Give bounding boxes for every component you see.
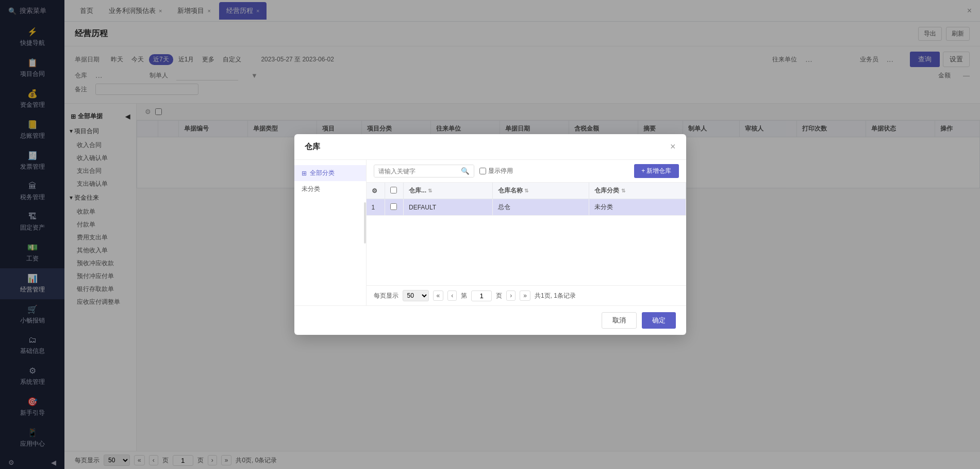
dialog-table: ⚙ 仓库... ⇅ 仓库名称 ⇅ 仓库分类 ⇅ 1 DEFAULT 总仓 未分类 <box>367 183 686 285</box>
category-icon: ⊞ <box>302 170 307 177</box>
scroll-handle <box>364 202 366 244</box>
col-settings: ⚙ <box>367 183 385 199</box>
dialog-close-button[interactable]: × <box>670 141 676 152</box>
col-settings-icon[interactable]: ⚙ <box>372 187 377 195</box>
dialog-page-input[interactable] <box>471 290 492 301</box>
warehouse-dialog: 仓库 × ⊞ 全部分类未分类 🔍 <box>294 134 686 335</box>
row-category: 未分类 <box>589 199 686 216</box>
dialog-body: ⊞ 全部分类未分类 🔍 显示停用 + 新增仓库 <box>294 160 686 305</box>
dialog-first-page[interactable]: « <box>433 290 444 301</box>
dialog-page-label: 第 <box>461 292 467 300</box>
col-category: 仓库分类 ⇅ <box>589 183 686 199</box>
cancel-button[interactable]: 取消 <box>602 312 637 329</box>
col-name: 仓库名称 ⇅ <box>492 183 589 199</box>
row-checkbox[interactable] <box>385 199 404 216</box>
dialog-table-header-row: ⚙ 仓库... ⇅ 仓库名称 ⇅ 仓库分类 ⇅ <box>367 183 686 199</box>
dialog-per-page-select[interactable]: 50 100 <box>403 290 429 301</box>
dialog-left-panel: ⊞ 全部分类未分类 <box>294 160 367 305</box>
dialog-table-row[interactable]: 1 DEFAULT 总仓 未分类 <box>367 199 686 216</box>
dialog-total-info: 共1页, 1条记录 <box>535 292 576 300</box>
dialog-last-page[interactable]: » <box>520 290 530 301</box>
dialog-search-wrap: 🔍 <box>374 165 474 177</box>
dialog-toolbar: 🔍 显示停用 + 新增仓库 <box>367 160 686 183</box>
row-code: DEFAULT <box>404 199 493 216</box>
dialog-actions: 取消 确定 <box>294 305 686 335</box>
row-number: 1 <box>367 199 385 216</box>
dialog-footer-bar: 每页显示 50 100 « ‹ 第 页 › » 共1页, 1条记录 <box>367 285 686 305</box>
show-disabled-checkbox[interactable] <box>479 168 486 174</box>
dialog-left-item-全部分类[interactable]: ⊞ 全部分类 <box>294 165 366 181</box>
dialog-header: 仓库 × <box>294 134 686 160</box>
dialog-search-input[interactable] <box>374 166 457 177</box>
dialog-next-page[interactable]: › <box>506 290 516 301</box>
overlay: 仓库 × ⊞ 全部分类未分类 🔍 <box>0 0 980 469</box>
row-select-checkbox[interactable] <box>390 203 397 210</box>
dialog-page-suffix: 页 <box>496 292 502 300</box>
row-name: 总仓 <box>492 199 589 216</box>
col-checkbox <box>385 183 404 199</box>
dialog-left-item-未分类[interactable]: 未分类 <box>294 181 366 197</box>
search-button[interactable]: 🔍 <box>457 165 474 177</box>
show-disabled-label[interactable]: 显示停用 <box>479 167 513 175</box>
col-code: 仓库... ⇅ <box>404 183 493 199</box>
show-disabled-text: 显示停用 <box>488 167 513 175</box>
dialog-select-all[interactable] <box>390 187 397 193</box>
dialog-prev-page[interactable]: ‹ <box>447 290 457 301</box>
dialog-per-page-label: 每页显示 <box>374 292 398 300</box>
dialog-right-panel: 🔍 显示停用 + 新增仓库 ⚙ <box>367 160 686 305</box>
dialog-title: 仓库 <box>305 142 320 152</box>
confirm-button[interactable]: 确定 <box>642 312 676 329</box>
add-warehouse-button[interactable]: + 新增仓库 <box>634 164 678 178</box>
